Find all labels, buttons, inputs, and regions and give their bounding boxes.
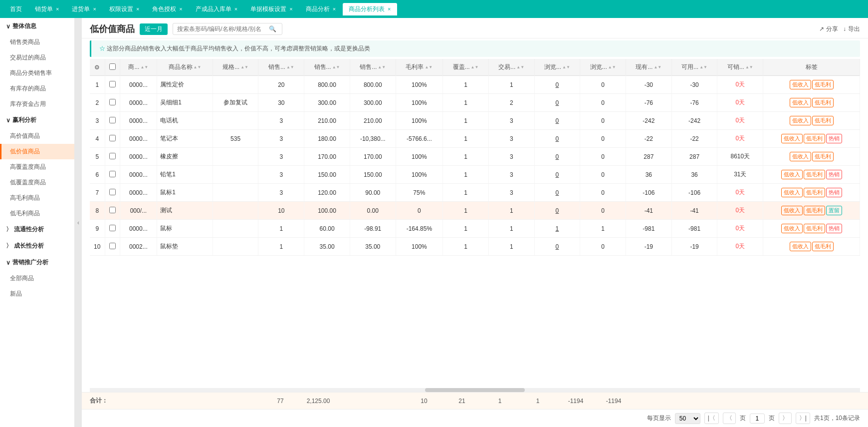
th-spec[interactable]: 规格...▲▼ <box>213 59 258 76</box>
sidebar-item-high-margin[interactable]: 高毛利商品 <box>0 190 74 206</box>
th-settings[interactable]: ⚙ <box>90 59 105 76</box>
row-checkbox[interactable] <box>109 135 116 141</box>
sidebar-item-traded-goods[interactable]: 交易过的商品 <box>0 50 74 65</box>
th-transact[interactable]: 交易...▲▼ <box>488 59 534 76</box>
td-checkbox[interactable] <box>105 202 120 220</box>
th-sales-qty[interactable]: 销售...▲▼ <box>258 59 304 76</box>
per-page-select[interactable]: 50 100 200 <box>675 413 700 424</box>
td-view1[interactable]: 0 <box>534 112 580 130</box>
sidebar-item-high-coverage[interactable]: 高覆盖度商品 <box>0 159 74 175</box>
th-name[interactable]: 商品名称▲▼ <box>157 59 213 76</box>
th-code[interactable]: 商...▲▼ <box>120 59 157 76</box>
sidebar-item-stock-fund[interactable]: 库存资金占用 <box>0 96 74 112</box>
th-available[interactable]: 可用...▲▼ <box>671 59 717 76</box>
first-page-button[interactable]: |〈 <box>704 413 719 424</box>
nav-home[interactable]: 首页 <box>4 3 28 15</box>
td-checkbox[interactable] <box>105 76 120 94</box>
table-container[interactable]: ⚙ 商...▲▼ 商品名称▲▼ 规格...▲▼ 销售...▲▼ 销售...▲▼ … <box>82 59 868 388</box>
sidebar-toggle[interactable]: ‹ <box>75 18 82 427</box>
nav-purchase[interactable]: 进货单 × <box>66 3 102 15</box>
td-view1[interactable]: 0 <box>534 184 580 202</box>
th-sales-amt[interactable]: 销售...▲▼ <box>304 59 350 76</box>
nav-sales-close[interactable]: × <box>56 6 59 12</box>
sidebar-item-stock-goods[interactable]: 有库存的商品 <box>0 81 74 96</box>
sidebar-group-growth[interactable]: 〉 成长性分析 <box>0 238 74 254</box>
sidebar-item-low-margin[interactable]: 低毛利商品 <box>0 206 74 221</box>
nav-permission[interactable]: 权限设置 × <box>103 3 145 15</box>
search-box[interactable]: 🔍 <box>173 23 282 35</box>
td-checkbox[interactable] <box>105 166 120 184</box>
view-link[interactable]: 0 <box>556 117 559 124</box>
search-icon[interactable]: 🔍 <box>269 25 276 32</box>
next-page-button[interactable]: 〉 <box>779 413 792 424</box>
nav-analysis[interactable]: 商品分析 × <box>300 3 342 15</box>
sidebar-item-high-value[interactable]: 高价值商品 <box>0 128 74 144</box>
sidebar-item-new-goods[interactable]: 新品 <box>0 286 74 302</box>
row-checkbox[interactable] <box>109 225 116 231</box>
view-link[interactable]: 0 <box>556 189 559 196</box>
th-sales-avg[interactable]: 销售...▲▼ <box>350 59 396 76</box>
row-checkbox[interactable] <box>109 171 116 177</box>
row-checkbox[interactable] <box>109 99 116 105</box>
row-checkbox[interactable] <box>109 81 116 87</box>
td-checkbox[interactable] <box>105 220 120 238</box>
td-view1[interactable]: 0 <box>534 76 580 94</box>
share-button[interactable]: ↗ 分享 <box>819 25 838 33</box>
sidebar-item-category-rate[interactable]: 商品分类销售率 <box>0 65 74 81</box>
sidebar-item-all-goods[interactable]: 全部商品 <box>0 271 74 286</box>
th-gross-rate[interactable]: 毛利率▲▼ <box>396 59 443 76</box>
nav-sales[interactable]: 销货单 × <box>29 3 65 15</box>
horizontal-scrollbar[interactable] <box>90 388 860 392</box>
row-checkbox[interactable] <box>109 189 116 195</box>
td-view1[interactable]: 1 <box>534 220 580 238</box>
nav-warehouse[interactable]: 产成品入库单 × <box>190 3 243 15</box>
th-checkbox[interactable] <box>105 59 120 76</box>
th-view2[interactable]: 浏览...▲▼ <box>580 59 626 76</box>
nav-analysis-list-close[interactable]: × <box>388 6 391 12</box>
td-view1[interactable]: 0 <box>534 238 580 256</box>
sidebar-group-overview[interactable]: ∨ 整体信息 <box>0 18 74 34</box>
view-link[interactable]: 1 <box>556 225 559 232</box>
search-input[interactable] <box>177 25 267 32</box>
td-view1[interactable]: 0 <box>534 130 580 148</box>
prev-page-button[interactable]: 〈 <box>723 413 736 424</box>
period-button[interactable]: 近一月 <box>140 23 168 35</box>
row-checkbox[interactable] <box>109 207 116 213</box>
view-link[interactable]: 0 <box>556 99 559 106</box>
nav-analysis-list[interactable]: 商品分析列表 × <box>343 3 397 15</box>
td-checkbox[interactable] <box>105 238 120 256</box>
th-coverage[interactable]: 覆盖...▲▼ <box>443 59 489 76</box>
th-view1[interactable]: 浏览...▲▼ <box>534 59 580 76</box>
view-link[interactable]: 0 <box>556 207 559 214</box>
view-link[interactable]: 0 <box>556 153 559 160</box>
view-link[interactable]: 0 <box>556 243 559 250</box>
td-view1[interactable]: 0 <box>534 166 580 184</box>
nav-role[interactable]: 角色授权 × <box>146 3 188 15</box>
view-link[interactable]: 0 <box>556 81 559 88</box>
th-saleable[interactable]: 可销...▲▼ <box>717 59 763 76</box>
nav-analysis-close[interactable]: × <box>333 6 336 12</box>
view-link[interactable]: 0 <box>556 171 559 178</box>
sidebar-item-low-coverage[interactable]: 低覆盖度商品 <box>0 175 74 190</box>
td-view1[interactable]: 0 <box>534 148 580 166</box>
export-button[interactable]: ↓ 导出 <box>843 25 860 33</box>
last-page-button[interactable]: 〉| <box>796 413 810 424</box>
nav-warehouse-close[interactable]: × <box>234 6 237 12</box>
nav-purchase-close[interactable]: × <box>93 6 96 12</box>
sidebar-group-flow[interactable]: 〉 流通性分析 <box>0 221 74 238</box>
nav-role-close[interactable]: × <box>179 6 182 12</box>
row-checkbox[interactable] <box>109 243 116 249</box>
td-checkbox[interactable] <box>105 148 120 166</box>
td-view1[interactable]: 0 <box>534 202 580 220</box>
td-checkbox[interactable] <box>105 130 120 148</box>
row-checkbox[interactable] <box>109 153 116 159</box>
page-input[interactable] <box>750 414 765 424</box>
td-checkbox[interactable] <box>105 94 120 112</box>
td-checkbox[interactable] <box>105 184 120 202</box>
sidebar-item-sales-goods[interactable]: 销售类商品 <box>0 34 74 50</box>
nav-template-close[interactable]: × <box>289 6 292 12</box>
sidebar-item-low-value[interactable]: 低价值商品 <box>0 144 74 159</box>
sidebar-group-marketing[interactable]: ∨ 营销推广分析 <box>0 254 74 271</box>
row-checkbox[interactable] <box>109 117 116 123</box>
th-current[interactable]: 现有...▲▼ <box>626 59 672 76</box>
